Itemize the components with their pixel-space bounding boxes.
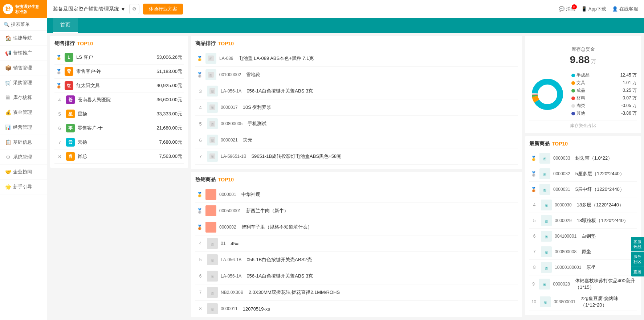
hot-product-item: 🥈 000500001 新西兰牛肉（新牛） bbox=[195, 203, 518, 219]
product-image: 图 bbox=[541, 262, 552, 273]
new-product-item: 8 图 10000100001 原坐 bbox=[529, 260, 637, 275]
message-button[interactable]: 💬 消息 6 bbox=[559, 6, 575, 12]
rank-number: 3 bbox=[197, 89, 204, 94]
customer-name: 云扬 bbox=[78, 139, 156, 145]
customer-amount: 40,925.00元 bbox=[156, 82, 182, 89]
product-code: 0000002 bbox=[219, 225, 236, 230]
nav-icon: 📢 bbox=[5, 50, 11, 56]
product-image: 图 bbox=[207, 86, 218, 97]
sidebar-item-营销推广[interactable]: 📢营销推广 bbox=[0, 46, 47, 61]
product-rank-item: 🥇 图 LA-089 电池盖 LA-089 ABS本色+黑种 7.1克 bbox=[195, 50, 518, 67]
sidebar-item-快捷导航[interactable]: 🏠快捷导航 bbox=[0, 31, 47, 46]
product-image: 图 bbox=[205, 53, 216, 64]
tab-home[interactable]: 首页 bbox=[53, 18, 78, 33]
product-image: 图 bbox=[207, 303, 218, 314]
sidebar-item-系统管理[interactable]: ⚙系统管理 bbox=[0, 150, 47, 165]
product-code: 004100001 bbox=[555, 234, 576, 239]
product-code: 000800005 bbox=[221, 121, 242, 126]
nav-icon: 📋 bbox=[5, 139, 11, 145]
product-name: 45# bbox=[231, 241, 239, 246]
hot-products-list: 🥇 0000001 中华神鹿 🥈 000500001 新西兰牛肉（新牛） 🥉 0… bbox=[195, 186, 518, 317]
float-button-直播[interactable]: 直播 bbox=[631, 267, 644, 276]
trial-button[interactable]: 体验行业方案 bbox=[143, 4, 183, 15]
nav-label: 库存核算 bbox=[13, 94, 32, 101]
customer-rank-item: 6 零 零售客户-于 21,680.00元 bbox=[54, 121, 184, 135]
legend-value: 0.25 万 bbox=[623, 87, 637, 94]
bronze-medal-icon: 🥉 bbox=[531, 187, 537, 192]
inventory-total: 库存总资金 9.88 万 bbox=[529, 40, 637, 69]
hot-product-item: 🥇 0000001 中华神鹿 bbox=[195, 186, 518, 203]
content-area: 销售排行 TOP10 🥇 L LS 客户 53,006.26元 🥈 零 零售客户… bbox=[47, 33, 644, 320]
nav-label: 销售管理 bbox=[13, 65, 32, 71]
sidebar-item-新手引导[interactable]: 🌟新手引导 bbox=[0, 180, 47, 194]
nav-tabs: 首页 bbox=[47, 18, 644, 33]
product-name: 新西兰牛肉（新牛） bbox=[246, 208, 289, 214]
product-code: 003800001 bbox=[554, 299, 575, 304]
sidebar-item-库存核算[interactable]: 🏛库存核算 bbox=[0, 90, 47, 105]
hot-product-item: 7 图 NB2.0X30B 2.0X30MM双搓花轴,搓花直径2.1MM/ROH… bbox=[195, 284, 518, 301]
product-code: 0000001 bbox=[219, 192, 236, 197]
product-name: 电池盖 LA-089 ABS本色+黑种 7.1克 bbox=[239, 55, 314, 62]
product-image: 图 bbox=[207, 151, 218, 162]
product-name: 体彬嘉枝味苏打饮品400毫升（1*15） bbox=[575, 278, 635, 291]
svg-text:图: 图 bbox=[543, 283, 546, 287]
inventory-legend: 半成品 12.45 万 文具 1.01 万 成品 0.25 万 材料 0.07 … bbox=[571, 71, 637, 117]
legend-value: 0.07 万 bbox=[623, 95, 637, 101]
system-title-dropdown[interactable]: 装备及固定资产辅助管理系统 ▼ bbox=[53, 6, 126, 12]
app-icon: 📱 bbox=[581, 6, 587, 12]
new-product-item: 4 图 0000030 18多层（1220*2440） bbox=[529, 197, 637, 213]
svg-text:图: 图 bbox=[545, 235, 548, 239]
sidebar: 好 畅捷通好生意 标准版 🔍 搜索菜单 🏠快捷导航📢营销推广📦销售管理🛒采购管理… bbox=[0, 0, 47, 320]
svg-text:图: 图 bbox=[211, 106, 214, 110]
silver-medal-icon: 🥈 bbox=[197, 72, 203, 78]
product-code: 0000028 bbox=[553, 282, 570, 287]
legend-label: 半成品 bbox=[576, 72, 590, 78]
service-icon: 👤 bbox=[612, 6, 618, 12]
sidebar-item-采购管理[interactable]: 🛒采购管理 bbox=[0, 75, 47, 90]
product-image: 图 bbox=[207, 238, 218, 249]
sidebar-item-基础信息[interactable]: 📋基础信息 bbox=[0, 135, 47, 150]
product-name: 封边带（1.0*22） bbox=[575, 155, 613, 161]
product-image bbox=[205, 205, 216, 216]
rank-number: 9 bbox=[531, 282, 536, 287]
customer-name: 零售客户-于 bbox=[78, 125, 154, 131]
settings-button[interactable]: ⚙ bbox=[129, 4, 139, 14]
hot-products-card: 热销商品 TOP10 🥇 0000001 中华神鹿 🥈 000500001 新西… bbox=[191, 172, 522, 317]
product-code: 0000029 bbox=[555, 218, 572, 223]
product-ranking-title: 商品排行 TOP10 bbox=[195, 40, 518, 47]
silver-medal-icon: 🥈 bbox=[531, 171, 537, 177]
product-image: 图 bbox=[207, 118, 218, 129]
sidebar-item-资金管理[interactable]: 💰资金管理 bbox=[0, 105, 47, 120]
nav-icon: 📦 bbox=[5, 65, 11, 71]
customer-name: 星扬 bbox=[78, 111, 154, 117]
logo-icon: 好 bbox=[3, 4, 13, 14]
svg-text:图: 图 bbox=[545, 251, 548, 254]
rank-number: 8 bbox=[197, 306, 204, 311]
product-name: 智利车子里（规格不知道填什么） bbox=[241, 224, 312, 230]
product-name: 夹壳 bbox=[243, 137, 252, 143]
sidebar-item-企业协同[interactable]: 🤝企业协同 bbox=[0, 165, 47, 180]
product-name: 12070519-xs bbox=[243, 306, 270, 312]
nav-icon: ⚙ bbox=[5, 154, 11, 160]
customer-amount: 53,006.26元 bbox=[156, 54, 182, 61]
new-products-card: 最新商品 TOP10 🥇 图 0000033 封边带（1.0*22） 🥈 图 0… bbox=[525, 136, 641, 315]
online-service-button[interactable]: 👤 在线客服 bbox=[612, 6, 638, 12]
svg-text:图: 图 bbox=[211, 155, 214, 159]
legend-label: 其他 bbox=[576, 110, 585, 116]
svg-text:图: 图 bbox=[545, 220, 548, 223]
bronze-medal-icon: 🥉 bbox=[56, 83, 62, 89]
float-button-客服热线[interactable]: 客服热线 bbox=[631, 237, 644, 252]
sidebar-search[interactable]: 🔍 搜索菜单 bbox=[0, 18, 47, 31]
customer-rank-item: 7 云 云扬 7,680.00元 bbox=[54, 135, 184, 149]
product-code: 10000100001 bbox=[555, 265, 581, 270]
rank-number: 6 bbox=[197, 138, 204, 143]
sidebar-item-经营管理[interactable]: 📊经营管理 bbox=[0, 120, 47, 135]
app-download-button[interactable]: 📱 App下载 bbox=[581, 6, 606, 12]
sidebar-item-销售管理[interactable]: 📦销售管理 bbox=[0, 61, 47, 75]
svg-text:图: 图 bbox=[209, 74, 212, 77]
nav-label: 采购管理 bbox=[13, 79, 32, 86]
float-button-服务社区[interactable]: 服务社区 bbox=[631, 252, 644, 267]
rank-number: 6 bbox=[56, 126, 63, 131]
hot-product-item: 6 图 LA-056-1A 056-1A白色按键开关盖ABS 3克 bbox=[195, 268, 518, 284]
new-product-item: 🥈 图 0000032 5厘多层（1220*2440） bbox=[529, 166, 637, 182]
